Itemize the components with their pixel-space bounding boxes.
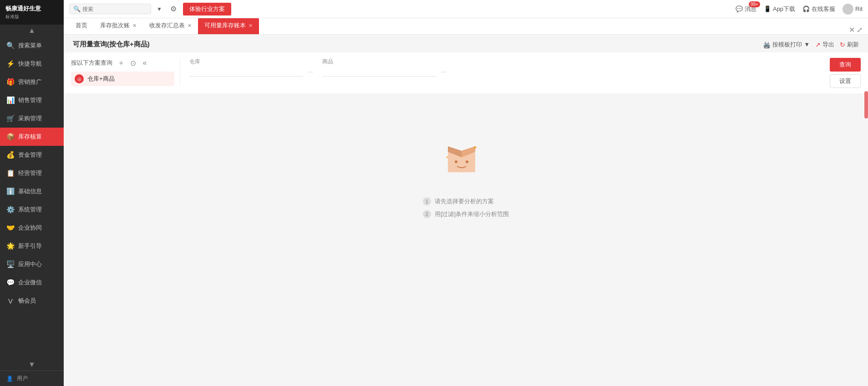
notification-badge: 99+: [749, 1, 760, 7]
tab-receipt_summary[interactable]: 收发存汇总表✕: [143, 18, 198, 34]
tabs-bar-right: ✕ ⤢: [849, 26, 863, 34]
filter-panel-label: 按以下方案查询: [71, 59, 112, 67]
mobile-icon: 📱: [764, 5, 771, 12]
user-profile-btn[interactable]: Rit: [843, 4, 863, 15]
warehouse-field: 仓库 ···: [189, 58, 317, 77]
sidebar-icon-basic: ℹ️: [6, 187, 15, 196]
print-btn[interactable]: 🖨️ 按模板打印 ▼: [763, 41, 810, 49]
sidebar-item-inventory[interactable]: 📦 库存核算: [0, 128, 64, 146]
topbar-gear-btn[interactable]: ⚙: [168, 4, 179, 14]
sidebar-icon-finance: 💰: [6, 151, 15, 159]
notification-btn[interactable]: 💬 消息 99+: [736, 5, 756, 13]
print-icon: 🖨️: [763, 41, 771, 48]
tab-close-batch_account[interactable]: ✕: [132, 23, 137, 29]
sidebar-icon-marketing_promo: 🎁: [6, 78, 15, 86]
sidebar-header: 畅康通好生意 标准版: [0, 0, 64, 25]
sidebar-label-purchase: 采购管理: [18, 114, 42, 123]
avatar: [843, 4, 853, 15]
sidebar-item-newbie[interactable]: 🌟 新手引导: [0, 237, 64, 255]
topbar-right: 💬 消息 99+ 📱 App下载 🎧 在线客服 Rit: [736, 4, 863, 15]
hint-text-2: 用[过滤]条件来缩小分析范围: [435, 210, 509, 218]
sidebar-label-wechat: 企业微信: [18, 278, 42, 287]
hint-text-1: 请先选择要分析的方案: [435, 197, 494, 206]
tab-home[interactable]: 首页: [69, 18, 94, 34]
export-icon: ↗: [815, 41, 821, 48]
step-badge-1: 1: [423, 197, 431, 206]
topbar-search-input[interactable]: [82, 6, 137, 12]
sidebar-item-marketing_promo[interactable]: 🎁 营销推广: [0, 73, 64, 91]
filter-schema-item[interactable]: ◎ 仓库+商品: [71, 72, 174, 86]
add-schema-btn[interactable]: ＋: [116, 58, 126, 68]
sidebar-item-basic[interactable]: ℹ️ 基础信息: [0, 182, 64, 201]
sidebar-icon-shortcut: ⚡: [6, 60, 15, 68]
tab-batch_account[interactable]: 库存批次账✕: [94, 18, 143, 34]
filter-settings-btn[interactable]: 设置: [830, 74, 861, 88]
sidebar-icon-inventory: 📦: [6, 133, 15, 141]
warehouse-input[interactable]: [189, 67, 303, 77]
sidebar-item-shortcut[interactable]: ⚡ 快捷导航: [0, 55, 64, 73]
sidebar-item-purchase[interactable]: 🛒 采购管理: [0, 109, 64, 128]
sidebar-icon-enterprise: 🤝: [6, 224, 15, 232]
topbar-dropdown-btn[interactable]: ▼: [155, 5, 164, 13]
tab-close-receipt_summary[interactable]: ✕: [188, 23, 192, 29]
page-actions: 🖨️ 按模板打印 ▼ ↗ 导出 ↻ 刷新: [763, 41, 859, 49]
print-label: 按模板打印: [772, 41, 802, 49]
warehouse-dots-btn[interactable]: ···: [306, 67, 315, 76]
sidebar-label-appcenter: 应用中心: [18, 260, 42, 268]
empty-box-svg: ✦ ✦: [439, 134, 484, 179]
schema-icon: ◎: [75, 74, 84, 83]
industry-btn[interactable]: 体验行业方案: [183, 3, 231, 15]
sidebar-label-shortcut: 快捷导航: [18, 60, 42, 68]
sidebar-icon-sales: 📊: [6, 96, 15, 104]
settings-schema-btn[interactable]: ⊙: [128, 58, 138, 68]
tab-close-available_qty[interactable]: ✕: [249, 23, 253, 29]
sidebar-icon-appcenter: 🖥️: [6, 260, 15, 268]
collapse-btn[interactable]: «: [140, 58, 150, 68]
sidebar-item-enterprise[interactable]: 🤝 企业协同: [0, 219, 64, 237]
tab-label-batch_account: 库存批次账: [100, 21, 130, 30]
sidebar-item-finance[interactable]: 💰 资金管理: [0, 146, 64, 164]
online-service-btn[interactable]: 🎧 在线客服: [802, 5, 835, 13]
sidebar-item-wechat[interactable]: 💬 企业微信: [0, 273, 64, 292]
sidebar-icon-wechat: 💬: [6, 278, 15, 287]
tab-available_qty[interactable]: 可用量库存账本✕: [198, 18, 259, 34]
close-tab-icon[interactable]: ✕: [849, 26, 855, 34]
hint-line-1: 1 请先选择要分析的方案: [423, 197, 509, 206]
topbar: 🔍 ▼ ⚙ 体验行业方案 💬 消息 99+ 📱 App下载 🎧 在线客服 Rit: [64, 0, 868, 18]
sidebar: 畅康通好生意 标准版 ▲ 🔍 搜索菜单 ⚡ 快捷导航 🎁 营销推广 📊 销售管理…: [0, 0, 64, 386]
sidebar-item-search[interactable]: 🔍 搜索菜单: [0, 36, 64, 55]
product-dots-btn[interactable]: ···: [439, 67, 448, 76]
sidebar-icon-operation: 📋: [6, 169, 15, 177]
warehouse-label: 仓库: [189, 58, 317, 66]
tab-label-available_qty: 可用量库存账本: [204, 21, 246, 30]
sidebar-label-member: 畅会员: [18, 297, 36, 305]
scroll-indicator: [864, 91, 868, 118]
product-field: 商品 ···: [322, 58, 450, 77]
expand-icon[interactable]: ⤢: [857, 26, 863, 34]
topbar-search-box[interactable]: 🔍: [69, 4, 151, 14]
sidebar-item-appcenter[interactable]: 🖥️ 应用中心: [0, 255, 64, 273]
svg-text:✦: ✦: [446, 155, 449, 160]
export-btn[interactable]: ↗ 导出: [815, 41, 834, 49]
sidebar-label-enterprise: 企业协同: [18, 224, 42, 232]
app-download-btn[interactable]: 📱 App下载: [764, 5, 795, 13]
filter-panel: 按以下方案查询 ＋ ⊙ « ◎ 仓库+商品 仓库: [64, 52, 868, 93]
query-btn[interactable]: 查询: [830, 58, 861, 72]
refresh-btn[interactable]: ↻ 刷新: [840, 41, 859, 49]
sidebar-label-system: 系统管理: [18, 206, 42, 214]
sidebar-label-newbie: 新手引导: [18, 242, 42, 250]
sidebar-bottom[interactable]: 👤 用户: [0, 371, 64, 386]
filter-right: 仓库 ··· 商品 ···: [180, 58, 830, 77]
scroll-up-btn[interactable]: ▲: [0, 25, 64, 36]
product-label: 商品: [322, 58, 450, 66]
schema-label: 仓库+商品: [87, 75, 115, 83]
tabs-bar: 首页库存批次账✕收发存汇总表✕可用量库存账本✕ ✕ ⤢: [64, 18, 868, 35]
sidebar-item-system[interactable]: ⚙️ 系统管理: [0, 201, 64, 219]
sidebar-item-sales[interactable]: 📊 销售管理: [0, 91, 64, 109]
scroll-down-btn[interactable]: ▼: [0, 359, 64, 371]
product-input[interactable]: [322, 67, 436, 77]
sidebar-item-member[interactable]: V 畅会员: [0, 292, 64, 310]
filter-right-btns: 查询 设置: [830, 58, 861, 88]
sidebar-item-operation[interactable]: 📋 经营管理: [0, 164, 64, 182]
sidebar-label-finance: 资金管理: [18, 151, 42, 159]
